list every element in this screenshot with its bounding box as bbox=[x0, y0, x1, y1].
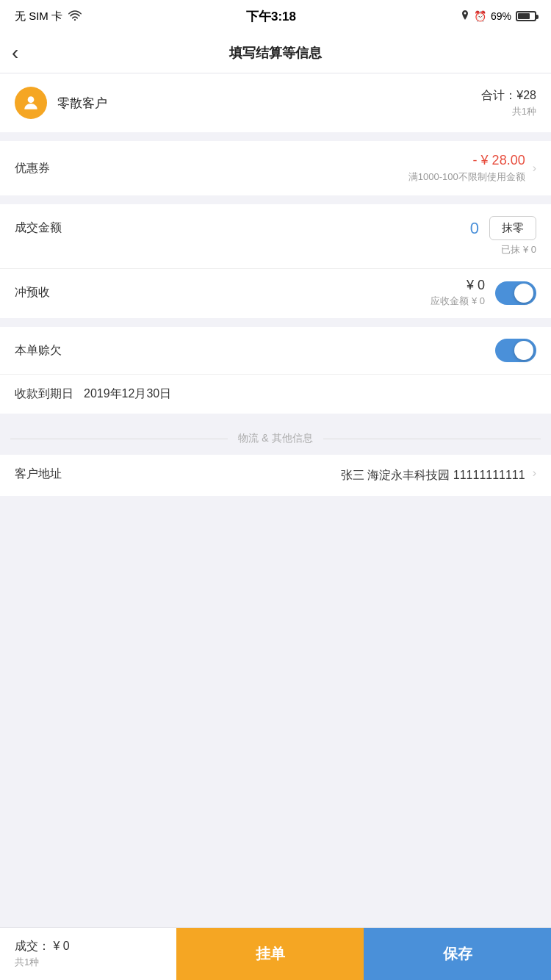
logistics-divider: 物流 & 其他信息 bbox=[0, 422, 551, 455]
address-label: 客户地址 bbox=[15, 466, 62, 482]
prepay-sub: 应收金额 ¥ 0 bbox=[431, 295, 485, 308]
status-time: 下午3:18 bbox=[246, 8, 296, 25]
logistics-label: 物流 & 其他信息 bbox=[238, 432, 312, 445]
status-right: ⏰ 69% bbox=[461, 10, 536, 23]
customer-row: 零散客户 合计：¥28 共1种 bbox=[0, 73, 551, 132]
location-icon bbox=[461, 10, 469, 23]
duedate-label: 收款到期日 bbox=[15, 386, 73, 402]
bottom-deal: 成交： ¥ 0 bbox=[15, 939, 162, 954]
duedate-inner: 收款到期日 2019年12月30日 bbox=[15, 386, 536, 402]
deal-label: 成交： bbox=[15, 940, 50, 952]
customer-left: 零散客户 bbox=[15, 87, 107, 119]
address-value: 张三 海淀永丰科技园 11111111111 bbox=[69, 466, 525, 484]
bottom-count: 共1种 bbox=[15, 956, 162, 969]
logistics-line-right bbox=[323, 439, 541, 439]
duedate-row: 收款到期日 2019年12月30日 bbox=[0, 374, 551, 414]
back-icon: ‹ bbox=[12, 43, 18, 63]
amount-row: 成交金额 0 抹零 已抹 ¥ 0 bbox=[0, 204, 551, 268]
amount-sub: 已抹 ¥ 0 bbox=[15, 243, 536, 262]
wifi-icon bbox=[68, 10, 82, 23]
duedate-value: 2019年12月30日 bbox=[84, 386, 171, 402]
coupon-chevron: › bbox=[533, 162, 536, 175]
customer-section: 零散客户 合计：¥28 共1种 bbox=[0, 73, 551, 132]
debt-label: 本单赊欠 bbox=[15, 343, 62, 359]
amount-top: 成交金额 0 抹零 bbox=[15, 216, 536, 240]
status-bar: 无 SIM 卡 下午3:18 ⏰ 69% bbox=[0, 0, 551, 32]
prepay-label: 冲预收 bbox=[15, 285, 50, 300]
bottom-summary: 成交： ¥ 0 共1种 bbox=[0, 928, 176, 980]
coupon-sub: 满1000-100不限制使用金额 bbox=[408, 170, 525, 184]
alarm-icon: ⏰ bbox=[474, 10, 486, 22]
transaction-section: 成交金额 0 抹零 已抹 ¥ 0 冲预收 ¥ 0 应收金额 ¥ 0 bbox=[0, 204, 551, 318]
address-row[interactable]: 客户地址 张三 海淀永丰科技园 11111111111 › bbox=[0, 455, 551, 496]
address-chevron: › bbox=[533, 466, 536, 480]
debt-toggle-knob bbox=[514, 341, 533, 360]
divider-1 bbox=[0, 132, 551, 141]
coupon-value-block: - ¥ 28.00 满1000-100不限制使用金额 bbox=[408, 153, 525, 184]
prepay-amount: ¥ 0 bbox=[431, 278, 485, 293]
coupon-right: - ¥ 28.00 满1000-100不限制使用金额 › bbox=[408, 153, 536, 184]
debt-row: 本单赊欠 bbox=[0, 327, 551, 374]
logistics-line-left bbox=[10, 439, 228, 439]
address-section[interactable]: 客户地址 张三 海淀永丰科技园 11111111111 › bbox=[0, 455, 551, 496]
amount-value[interactable]: 0 bbox=[470, 219, 479, 238]
back-button[interactable]: ‹ bbox=[12, 43, 18, 63]
round-button[interactable]: 抹零 bbox=[489, 216, 536, 240]
status-left: 无 SIM 卡 bbox=[15, 10, 82, 24]
bottom-bar: 成交： ¥ 0 共1种 挂单 保存 bbox=[0, 927, 551, 980]
customer-right: 合计：¥28 共1种 bbox=[481, 88, 536, 118]
amount-right: 0 抹零 bbox=[470, 216, 536, 240]
svg-point-1 bbox=[28, 96, 35, 103]
prepay-row: 冲预收 ¥ 0 应收金额 ¥ 0 bbox=[0, 268, 551, 318]
battery-percent: 69% bbox=[491, 10, 511, 22]
deal-value: ¥ 0 bbox=[53, 940, 69, 952]
customer-name: 零散客户 bbox=[57, 95, 107, 112]
coupon-section[interactable]: 优惠券 - ¥ 28.00 满1000-100不限制使用金额 › bbox=[0, 141, 551, 195]
divider-4 bbox=[0, 414, 551, 422]
nav-bar: ‹ 填写结算等信息 bbox=[0, 32, 551, 73]
debt-section: 本单赊欠 收款到期日 2019年12月30日 bbox=[0, 327, 551, 414]
total-count: 共1种 bbox=[481, 105, 536, 118]
avatar bbox=[15, 87, 47, 119]
prepay-amount-block: ¥ 0 应收金额 ¥ 0 bbox=[431, 278, 485, 308]
coupon-row[interactable]: 优惠券 - ¥ 28.00 满1000-100不限制使用金额 › bbox=[0, 141, 551, 195]
coupon-label: 优惠券 bbox=[15, 161, 50, 176]
amount-label: 成交金额 bbox=[15, 220, 62, 236]
empty-space bbox=[0, 496, 551, 687]
coupon-value: - ¥ 28.00 bbox=[408, 153, 525, 168]
save-button[interactable]: 保存 bbox=[364, 928, 551, 980]
page-title: 填写结算等信息 bbox=[229, 44, 322, 62]
toggle-knob bbox=[514, 284, 533, 303]
total-amount: 合计：¥28 bbox=[481, 88, 536, 104]
divider-3 bbox=[0, 318, 551, 327]
svg-point-0 bbox=[74, 18, 76, 20]
hang-button[interactable]: 挂单 bbox=[176, 928, 364, 980]
prepay-right: ¥ 0 应收金额 ¥ 0 bbox=[431, 278, 536, 308]
prepay-toggle[interactable] bbox=[495, 281, 536, 305]
battery-icon bbox=[516, 11, 536, 21]
debt-toggle[interactable] bbox=[495, 339, 536, 362]
divider-2 bbox=[0, 195, 551, 204]
sim-text: 无 SIM 卡 bbox=[15, 10, 62, 24]
